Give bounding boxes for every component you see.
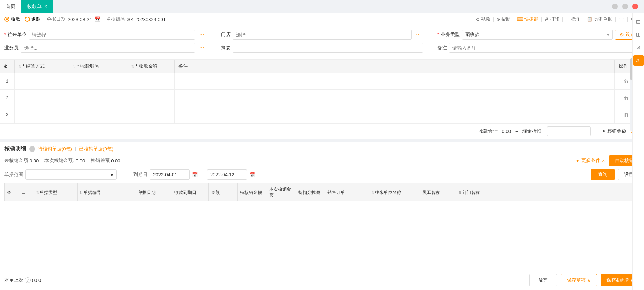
delete-icon-2[interactable]: 🗑 — [624, 95, 629, 101]
last-order-value: 0.00 — [32, 278, 41, 283]
bth-partner: ⇅往来单位名称 — [369, 183, 420, 201]
remark-field: 备注 — [437, 43, 640, 53]
hexiao-info-icon[interactable]: i — [29, 146, 35, 152]
partner-input[interactable] — [29, 30, 195, 40]
row-1-amount[interactable] — [127, 73, 175, 89]
store-more-btn[interactable]: ··· — [414, 31, 423, 38]
remark-label: 备注 — [437, 44, 447, 51]
th-gear[interactable]: ⚙ — [0, 60, 15, 72]
divider6 — [615, 17, 616, 22]
doc-number-field: 单据编号 SK-20230324-001 — [106, 16, 166, 23]
summary-field: 摘要 — [221, 43, 423, 53]
radio-receive[interactable]: 收款 — [4, 16, 20, 23]
uncancelled-field: 未核销金额 0.00 — [4, 157, 39, 164]
close-button[interactable] — [632, 4, 638, 9]
help-button[interactable]: ⊙ 帮助 — [496, 16, 511, 23]
salesperson-field: 业务员 ··· — [4, 43, 207, 53]
minimize-button[interactable] — [612, 4, 618, 9]
date-to-input[interactable] — [207, 169, 247, 180]
row-3-account[interactable] — [69, 106, 127, 123]
radio-dot-refund — [25, 17, 30, 22]
discount-input[interactable] — [547, 126, 591, 136]
current-label: 本次核销金额: — [44, 157, 74, 164]
operation-button[interactable]: ⋮ 操作 — [566, 16, 581, 23]
table-row: 2 🗑 ⧉ — [0, 90, 644, 106]
equals-sign: = — [595, 129, 598, 134]
toolbar-right: ⊙ 视频 ⊙ 帮助 ⌨ 快捷键 🖨 打印 ⋮ 操作 📋 历史单据 — [476, 16, 640, 23]
doc-date-field: 单据日期 2023-03-24 📅 — [47, 16, 101, 23]
row-1-remark[interactable] — [175, 73, 615, 89]
sidebar-table-icon[interactable]: ▤ — [633, 16, 644, 26]
tab-home[interactable]: 首页 — [0, 0, 21, 13]
maximize-button[interactable] — [622, 4, 628, 9]
delete-icon-3[interactable]: 🗑 — [624, 112, 629, 118]
row-3-remark[interactable] — [175, 106, 615, 123]
discount-label: 现金折扣: — [522, 128, 543, 134]
tab-home-label: 首页 — [6, 4, 15, 9]
range-select[interactable]: ▾ — [25, 169, 117, 180]
summary-input[interactable] — [233, 43, 423, 53]
nav-prev-button[interactable]: ‹ — [619, 17, 620, 22]
shortcut-button[interactable]: ⌨ 快捷键 — [517, 16, 538, 23]
bth-type: ⇅单据类型 — [34, 183, 78, 201]
done-tab[interactable]: 已核销单据(0笔) — [79, 146, 113, 152]
net-label: 可核销金额 — [602, 128, 626, 134]
last-order-label: 本单上次 — [4, 277, 23, 283]
salesperson-input[interactable] — [21, 43, 195, 53]
row-2-settlement[interactable] — [15, 90, 69, 106]
tab-close-icon[interactable]: × — [44, 0, 47, 13]
business-type-select[interactable]: 预收款 ▾ — [462, 30, 613, 40]
calendar-from-icon[interactable]: 📅 — [192, 172, 198, 177]
last-order-info-icon[interactable]: ? — [25, 277, 31, 283]
date-from-input[interactable] — [150, 169, 190, 180]
row-2-remark[interactable] — [175, 90, 615, 106]
table-row: 3 🗑 ⧉ — [0, 106, 644, 123]
main-container: 收款 退款 单据日期 2023-03-24 📅 单据编号 SK-20230324… — [0, 13, 644, 290]
delete-icon-1[interactable]: 🗑 — [624, 78, 629, 84]
sidebar-ai-icon[interactable]: Ai — [633, 55, 644, 66]
business-type-field: 业务类型 预收款 ▾ ⚙ 设置 — [437, 30, 640, 40]
calendar-icon[interactable]: 📅 — [94, 16, 101, 22]
row-3-amount[interactable] — [127, 106, 175, 123]
partner-more-btn[interactable]: ··· — [197, 31, 206, 38]
row-1-account[interactable] — [69, 73, 127, 89]
row-3-settlement[interactable] — [15, 106, 69, 123]
summary-label: 摘要 — [221, 44, 231, 51]
nav-next-button[interactable]: › — [623, 17, 624, 22]
row-2-account[interactable] — [69, 90, 127, 106]
more-filter-button[interactable]: ▼ 更多条件 ∧ — [575, 157, 605, 164]
history-button[interactable]: 📋 历史单据 — [587, 16, 612, 23]
query-button[interactable]: 查询 — [591, 169, 615, 180]
bth-gear[interactable]: ⚙ — [5, 183, 19, 201]
business-type-label: 业务类型 — [437, 31, 460, 38]
video-button[interactable]: ⊙ 视频 — [476, 16, 490, 23]
spacer — [0, 205, 644, 270]
sidebar-doc-icon[interactable]: ◫ — [633, 29, 644, 39]
sort-icon-3: ⇅ — [131, 64, 134, 68]
print-button[interactable]: 🖨 打印 — [545, 16, 559, 23]
save-draft-chevron-icon: ∧ — [587, 278, 591, 283]
row-2-amount[interactable] — [127, 90, 175, 106]
range-label: 单据范围 — [4, 171, 23, 178]
current-field: 本次核销金额: 0.00 — [44, 157, 85, 164]
footer-actions: 放弃 保存草稿 ∧ 保存&新增 ∧ — [529, 274, 640, 286]
divider4 — [562, 17, 563, 22]
remark-input[interactable] — [449, 43, 640, 53]
row-1-settlement[interactable] — [15, 73, 69, 89]
save-draft-button[interactable]: 保存草稿 ∧ — [561, 274, 597, 286]
store-input[interactable] — [233, 30, 412, 40]
uncancelled-value: 0.00 — [30, 158, 39, 164]
radio-refund[interactable]: 退款 — [25, 16, 41, 23]
tab-active-label: 收款单 — [27, 0, 42, 13]
store-label: 门店 — [221, 31, 231, 38]
bth-check[interactable]: ☐ — [19, 183, 34, 201]
tab-active[interactable]: 收款单 × — [21, 0, 53, 13]
pending-tab[interactable]: 待核销单据(0笔) — [38, 146, 72, 152]
chevron-up-icon: ∧ — [602, 158, 605, 164]
calendar-to-icon[interactable]: 📅 — [249, 172, 255, 177]
toolbar-row: 收款 退款 单据日期 2023-03-24 📅 单据编号 SK-20230324… — [0, 13, 644, 26]
salesperson-more-btn[interactable]: ··· — [197, 44, 206, 51]
doc-number-value: SK-20230324-001 — [127, 17, 166, 22]
abandon-button[interactable]: 放弃 — [529, 274, 557, 286]
sidebar-link-icon[interactable]: ⊿ — [633, 42, 644, 52]
